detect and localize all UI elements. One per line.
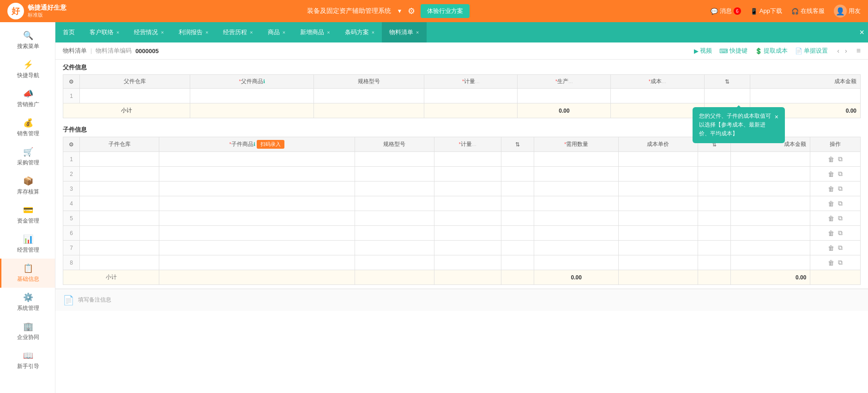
user-menu-button[interactable]: 👤 用友 [834, 5, 861, 18]
tab-bom-close[interactable]: × [416, 30, 419, 35]
sidebar-item-marketing[interactable]: 📣 营销推广 [0, 84, 55, 113]
child-row-7-unit-cost[interactable] [618, 241, 698, 255]
copy-icon[interactable]: ⧉ [838, 244, 843, 252]
copy-icon[interactable]: ⧉ [838, 214, 843, 222]
parent-row-1-production[interactable] [518, 89, 611, 103]
child-row-6-goods[interactable] [159, 226, 355, 241]
app-download-button[interactable]: 📱 App下载 [750, 7, 782, 15]
sidebar-item-guide[interactable]: 📖 新手引导 [0, 346, 55, 375]
copy-icon[interactable]: ⧉ [838, 200, 843, 207]
child-row-5-qty[interactable] [534, 211, 618, 226]
copy-icon[interactable]: ⧉ [838, 185, 843, 193]
tab-home[interactable]: 首页 [55, 22, 82, 42]
sidebar-item-enterprise[interactable]: 🏢 企业协同 [0, 317, 55, 346]
child-row-6-unit-cost[interactable] [618, 226, 698, 241]
tab-goods-close[interactable]: × [283, 30, 285, 35]
child-row-1-unit[interactable] [434, 152, 501, 167]
tab-operation-status[interactable]: 经营情况 × [127, 22, 171, 42]
parent-row-1-unit[interactable] [424, 89, 518, 103]
child-row-7-goods[interactable] [159, 241, 355, 255]
child-row-6-qty[interactable] [534, 226, 618, 241]
tab-customer-close[interactable]: × [116, 30, 119, 35]
copy-icon[interactable]: ⧉ [838, 259, 843, 266]
tab-add-goods[interactable]: 新增商品 × [293, 22, 337, 42]
tab-profit-report-close[interactable]: × [205, 30, 208, 35]
delete-icon[interactable]: 🗑 [828, 244, 834, 252]
child-row-8-unit[interactable] [434, 255, 501, 270]
child-row-1-goods[interactable] [159, 152, 355, 167]
child-row-1-spec[interactable] [355, 152, 434, 167]
sidebar-item-operation[interactable]: 📊 经营管理 [0, 230, 55, 259]
child-row-4-unit-cost[interactable] [618, 196, 698, 211]
tab-customer[interactable]: 客户联络 × [82, 22, 127, 42]
view-video-button[interactable]: ▶ 视频 [694, 47, 712, 55]
copy-icon[interactable]: ⧉ [838, 170, 843, 178]
child-row-2-spec[interactable] [355, 167, 434, 181]
child-row-1-unit-cost[interactable] [618, 152, 698, 167]
sidebar-item-sales[interactable]: 💰 销售管理 [0, 113, 55, 142]
child-row-3-unit-cost[interactable] [618, 181, 698, 196]
child-row-7-qty[interactable] [534, 241, 618, 255]
single-settings-button[interactable]: 📄 单据设置 [795, 47, 828, 55]
close-tab-icon[interactable]: × [859, 28, 864, 37]
tab-bom[interactable]: 物料清单 × [382, 22, 426, 42]
child-row-2-unit-cost[interactable] [618, 167, 698, 181]
child-row-3-qty[interactable] [534, 181, 618, 196]
child-row-5-unit-cost[interactable] [618, 211, 698, 226]
child-col-settings[interactable]: ⚙ [63, 137, 80, 152]
sidebar-item-system[interactable]: ⚙️ 系统管理 [0, 288, 55, 317]
tab-goods[interactable]: 商品 × [260, 22, 293, 42]
child-row-8-unit-cost[interactable] [618, 255, 698, 270]
sidebar-item-finance[interactable]: 💳 资金管理 [0, 200, 55, 230]
child-row-6-warehouse[interactable] [80, 226, 159, 241]
child-row-4-warehouse[interactable] [80, 196, 159, 211]
delete-icon[interactable]: 🗑 [828, 215, 834, 222]
breadcrumb-bom[interactable]: 物料清单 [63, 47, 87, 55]
child-row-3-unit[interactable] [434, 181, 501, 196]
scan-input-button[interactable]: 扫码录入 [257, 140, 284, 149]
child-row-8-qty[interactable] [534, 255, 618, 270]
sidebar-item-search[interactable]: 🔍 搜索菜单 [0, 26, 55, 55]
tab-barcode-close[interactable]: × [372, 30, 374, 35]
settings-icon[interactable]: ⚙ [408, 6, 415, 16]
delete-icon[interactable]: 🗑 [828, 156, 834, 163]
delete-icon[interactable]: 🗑 [828, 259, 834, 266]
child-row-7-spec[interactable] [355, 241, 434, 255]
child-row-4-unit[interactable] [434, 196, 501, 211]
child-row-2-qty[interactable] [534, 167, 618, 181]
child-row-5-spec[interactable] [355, 211, 434, 226]
sidebar-item-inventory[interactable]: 📦 库存核算 [0, 171, 55, 200]
child-row-8-warehouse[interactable] [80, 255, 159, 270]
copy-icon[interactable]: ⧉ [838, 229, 843, 237]
child-row-8-goods[interactable] [159, 255, 355, 270]
online-service-button[interactable]: 🎧 在线客服 [791, 7, 825, 15]
sidebar-item-basic-info[interactable]: 📋 基础信息 [0, 259, 55, 288]
parent-row-1-goods[interactable] [190, 89, 314, 103]
child-row-5-goods[interactable] [159, 211, 355, 226]
parent-col-settings[interactable]: ⚙ [63, 75, 80, 89]
system-title-dropdown-icon[interactable]: ▼ [397, 8, 402, 14]
sidebar-item-quick-nav[interactable]: ⚡ 快捷导航 [0, 55, 55, 84]
message-button[interactable]: 💬 消息 6 [711, 7, 741, 15]
child-row-4-goods[interactable] [159, 196, 355, 211]
tab-profit-report[interactable]: 利润报告 × [171, 22, 216, 42]
note-placeholder[interactable]: 填写备注信息 [78, 296, 111, 304]
tab-operation-status-close[interactable]: × [161, 30, 163, 35]
child-row-7-unit[interactable] [434, 241, 501, 255]
sidebar-item-purchase[interactable]: 🛒 采购管理 [0, 142, 55, 171]
tooltip-close-button[interactable]: × [775, 112, 778, 122]
delete-icon[interactable]: 🗑 [828, 200, 834, 207]
delete-icon[interactable]: 🗑 [828, 170, 834, 178]
child-row-8-spec[interactable] [355, 255, 434, 270]
child-row-6-spec[interactable] [355, 226, 434, 241]
shortcut-button[interactable]: ⌨ 快捷键 [719, 47, 747, 55]
child-row-1-qty[interactable] [534, 152, 618, 167]
child-row-6-unit[interactable] [434, 226, 501, 241]
tab-add-goods-close[interactable]: × [327, 30, 330, 35]
child-row-2-unit[interactable] [434, 167, 501, 181]
extract-cost-button[interactable]: 💲 提取成本 [755, 47, 788, 55]
child-row-2-goods[interactable] [159, 167, 355, 181]
child-row-5-unit[interactable] [434, 211, 501, 226]
child-row-1-warehouse[interactable] [80, 152, 159, 167]
tab-barcode[interactable]: 条码方案 × [338, 22, 382, 42]
